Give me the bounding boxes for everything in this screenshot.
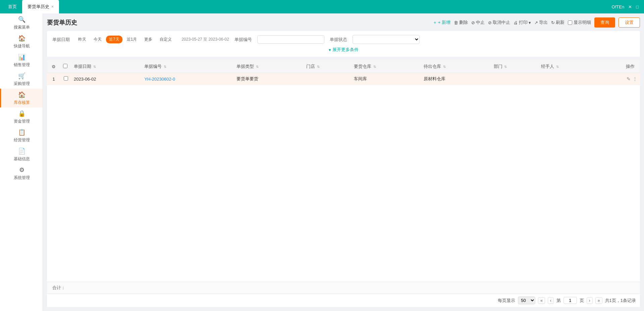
table-wrap: ⚙ 单据日期 ⇅ 单据编号 ⇅ 单据类型: [47, 60, 640, 294]
last-page-button[interactable]: »: [595, 297, 602, 304]
page-number-input[interactable]: [564, 297, 577, 304]
print-label: 打印: [519, 19, 528, 26]
next-page-button[interactable]: ›: [587, 297, 593, 304]
row-checkbox[interactable]: [64, 76, 68, 81]
settings-button[interactable]: 设置: [619, 17, 640, 28]
row-checkbox-cell: [60, 73, 71, 85]
row-number: YH-20230602-0: [142, 73, 234, 85]
doc-number-label: 单据编号: [234, 37, 252, 43]
col-pending-warehouse-label: 待出仓库: [424, 64, 441, 69]
row-handler: [538, 73, 597, 85]
sidebar-label-inventory: 库存核算: [14, 100, 30, 105]
pagination-bar: 每页显示 50 10 20 100 « ‹ 第 页 › » 共1页，1条记录: [47, 294, 640, 307]
tab-home[interactable]: 首页: [3, 0, 22, 13]
total-info: 共1页，1条记录: [605, 298, 636, 304]
stop-button[interactable]: ⊘ 中止: [471, 19, 485, 26]
row-edit-icon[interactable]: ✎: [627, 76, 631, 82]
delete-button[interactable]: 🗑 删除: [454, 19, 468, 26]
col-dept-label: 部门: [494, 64, 502, 69]
sidebar-label-purchase: 采购管理: [14, 81, 30, 87]
col-req-warehouse[interactable]: 要货仓库 ⇅: [351, 60, 421, 73]
table-row: 1 2023-06-02 YH-20230602-0 要货单要货 车间库 原材料…: [47, 73, 640, 85]
first-page-button[interactable]: «: [538, 297, 545, 304]
query-button[interactable]: 查询: [594, 17, 615, 28]
window-maximize-icon[interactable]: □: [636, 4, 639, 9]
per-page-select[interactable]: 50 10 20 100: [518, 297, 535, 304]
col-dept[interactable]: 部门 ⇅: [491, 60, 539, 73]
date-btn-custom[interactable]: 自定义: [157, 36, 175, 43]
data-table: ⚙ 单据日期 ⇅ 单据编号 ⇅ 单据类型: [47, 60, 640, 85]
sort-handler-icon: ⇅: [556, 65, 559, 69]
sidebar-label-search: 搜索菜单: [14, 25, 30, 30]
col-handler-label: 经手人: [541, 64, 554, 69]
table-body: 1 2023-06-02 YH-20230602-0 要货单要货 车间库 原材料…: [47, 73, 640, 85]
doc-status-select[interactable]: [353, 35, 420, 44]
top-bar: 首页 要货单历史 × OfTEn ✕ □: [0, 0, 644, 13]
col-number-label: 单据编号: [144, 64, 162, 69]
date-btn-1month[interactable]: 近1月: [124, 36, 140, 43]
sort-pending-warehouse-icon: ⇅: [443, 65, 446, 69]
sidebar-item-search[interactable]: 🔍 搜索菜单: [0, 13, 43, 32]
refresh-button[interactable]: ↻ 刷新: [551, 19, 565, 26]
row-number-link[interactable]: YH-20230602-0: [144, 77, 175, 82]
col-store-label: 门店: [306, 64, 315, 69]
cancel-stop-icon: ⊘: [488, 20, 492, 25]
col-settings[interactable]: ⚙: [47, 60, 60, 73]
sidebar-item-sales[interactable]: 📊 销售管理: [0, 51, 43, 70]
sidebar-label-system: 系统管理: [14, 175, 30, 181]
col-pending-warehouse[interactable]: 待出仓库 ⇅: [421, 60, 491, 73]
sidebar-item-operations[interactable]: 📋 经营管理: [0, 126, 43, 145]
sidebar-item-purchase[interactable]: 🛒 采购管理: [0, 70, 43, 89]
display-detail-toggle[interactable]: 显示明细: [568, 19, 591, 26]
sidebar-item-inventory[interactable]: 🏠 库存核算: [0, 89, 43, 107]
doc-number-input[interactable]: [257, 35, 324, 44]
main-layout: 🔍 搜索菜单 🏠 快捷导航 📊 销售管理 🛒 采购管理 🏠 库存核算 🔒 资金管…: [0, 13, 644, 311]
sidebar-label-sales: 销售管理: [14, 62, 30, 68]
col-handler[interactable]: 经手人 ⇅: [538, 60, 597, 73]
select-all-checkbox[interactable]: [63, 64, 67, 68]
date-btn-yesterday[interactable]: 昨天: [75, 36, 89, 43]
col-action: 操作: [597, 60, 640, 73]
tab-requisition-history[interactable]: 要货单历史 ×: [22, 0, 59, 13]
date-btn-today[interactable]: 今天: [91, 36, 105, 43]
col-number[interactable]: 单据编号 ⇅: [142, 60, 234, 73]
date-btn-more[interactable]: 更多: [141, 36, 155, 43]
page-header: 要货单历史 ＋ + 新增 🗑 删除 ⊘ 中止 ⊘ 取消中止: [47, 17, 640, 28]
doc-status-wrap: [353, 35, 635, 44]
display-detail-checkbox[interactable]: [568, 20, 572, 25]
sidebar-item-system[interactable]: ⚙ 系统管理: [0, 164, 43, 183]
table-empty-space: [47, 85, 640, 282]
new-icon: ＋: [433, 19, 437, 26]
new-button[interactable]: ＋ + 新增: [433, 19, 450, 26]
sidebar-item-base[interactable]: 📄 基础信息: [0, 145, 43, 164]
date-btn-7days[interactable]: 近7天: [106, 36, 122, 43]
col-date[interactable]: 单据日期 ⇅: [71, 60, 142, 73]
sidebar-item-quick-nav[interactable]: 🏠 快捷导航: [0, 32, 43, 51]
cancel-label: 取消中止: [493, 19, 510, 26]
per-page-label: 每页显示: [498, 298, 515, 304]
expand-more-button[interactable]: ▾ 展开更多条件: [52, 47, 635, 53]
date-filter-buttons: 昨天 今天 近7天 近1月 更多 自定义: [75, 36, 175, 43]
col-type[interactable]: 单据类型 ⇅: [234, 60, 304, 73]
sidebar-label-base: 基础信息: [14, 156, 30, 162]
col-date-label: 单据日期: [74, 64, 91, 69]
delete-icon: 🗑: [454, 20, 458, 25]
sidebar-item-finance[interactable]: 🔒 资金管理: [0, 107, 43, 126]
print-dropdown-icon: ▾: [529, 20, 531, 25]
delete-label: 删除: [459, 19, 468, 26]
refresh-icon: ↻: [551, 20, 555, 25]
date-range-display: 2023-05-27 至 2023-06-02: [181, 37, 229, 42]
cancel-stop-button[interactable]: ⊘ 取消中止: [488, 19, 510, 26]
prev-page-button[interactable]: ‹: [548, 297, 554, 304]
print-button[interactable]: 🖨 打印 ▾: [514, 19, 531, 26]
close-tab-icon[interactable]: ×: [51, 4, 54, 9]
sort-req-warehouse-icon: ⇅: [373, 65, 376, 69]
table-footer: 合计：: [47, 282, 640, 294]
sort-date-icon: ⇅: [93, 65, 96, 69]
chevron-down-icon: ▾: [329, 47, 331, 52]
row-more-icon[interactable]: ⋮: [633, 76, 637, 82]
sort-dept-icon: ⇅: [504, 65, 507, 69]
export-button[interactable]: ↗ 导出: [534, 19, 548, 26]
window-close-icon[interactable]: ✕: [628, 4, 632, 9]
col-store[interactable]: 门店 ⇅: [304, 60, 351, 73]
